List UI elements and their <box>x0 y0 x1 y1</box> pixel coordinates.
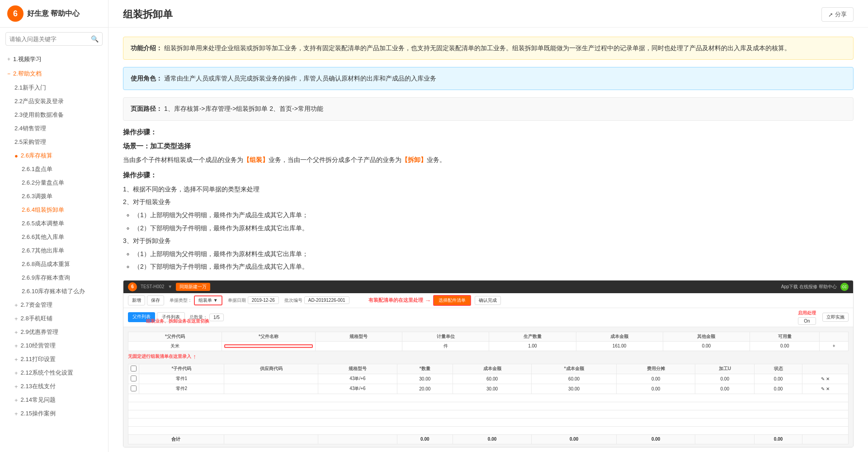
sim-parent-table: *父件代码 *父件名称 规格型号 计量单位 生产数量 成本金额 其他金额 可用量 <box>128 332 849 351</box>
table-row <box>128 402 849 410</box>
app-logo: 6 <box>7 5 24 22</box>
step3: 3、对于拆卸业务 <box>123 235 854 247</box>
sim-sub-col-check <box>128 364 139 374</box>
sim-apply-btn[interactable]: 立即实施 <box>822 313 849 322</box>
annotation3-label: 启用处理 <box>798 310 816 316</box>
sidebar-item-stocktake[interactable]: 2.6.1盘点单 <box>0 162 108 176</box>
sidebar-item-data[interactable]: 2.3使用前数据准备 <box>0 108 108 122</box>
sim-topbar-right: App下载 在线报修 帮助中心 cc <box>781 283 849 291</box>
sim-col-pname: *父件名称 <box>222 332 315 341</box>
sim-save-btn[interactable]: 保存 <box>147 295 164 305</box>
sidebar-item-split[interactable]: 2.6.2分量盘点单 <box>0 176 108 190</box>
sidebar-item-stock-error[interactable]: 2.6.10库存账本错了么办 <box>0 285 108 298</box>
sidebar-item-sales[interactable]: 2.4销售管理 <box>0 122 108 135</box>
sim-cell-costamt: 161.00 <box>576 341 663 351</box>
sidebar-item-new[interactable]: 2.1新手入门 <box>0 81 108 95</box>
sim-cell-action[interactable]: + <box>820 341 849 351</box>
step2: 2、对于组装业务 <box>123 196 854 208</box>
sidebar-item-coupon[interactable]: + 2.9优惠券管理 <box>0 325 108 339</box>
sidebar-item-faq[interactable]: + 2.14常见问题 <box>0 393 108 407</box>
sidebar-item-payment[interactable]: + 2.13在线支付 <box>0 380 108 393</box>
table-row <box>128 394 849 402</box>
sim-name-input[interactable] <box>224 344 313 348</box>
sim-date-area: 单据日期 2019-12-26 <box>228 296 279 304</box>
sim-sub-table: *子件代码 供应商代码 规格型号 *数量 成本金额 *成本金额 费用分摊 加工U… <box>128 364 849 444</box>
sidebar-item-print[interactable]: + 2.11打印设置 <box>0 352 108 366</box>
sim-topbar-icons: App下载 在线报修 帮助中心 <box>781 284 837 290</box>
sim-row1-check[interactable] <box>131 376 137 381</box>
sidebar-item-videos[interactable]: + 1.视频学习 <box>0 52 108 67</box>
sidebar-item-cost[interactable]: 2.6.5成本调整单 <box>0 217 108 230</box>
sim-type-select[interactable]: 组装单 ▼ <box>194 295 222 305</box>
sim-cell-otheramt: 0.00 <box>663 341 750 351</box>
main-content: 组装拆卸单 ➚ 分享 功能介绍： 组装拆卸单用来处理企业组装或拆卸等加工业务，支… <box>108 0 868 452</box>
table-row: 零件1 43单/+6 30.00 60.00 60.00 0.00 0.00 0… <box>128 374 849 384</box>
sim-footer-val2 <box>318 434 397 444</box>
sim-row2-check[interactable] <box>131 385 137 391</box>
sim-confirm-btn[interactable]: 确认完成 <box>475 296 501 305</box>
sim-sub-cell-action2[interactable]: ✎ ✕ <box>802 384 849 394</box>
sidebar-item-inventory[interactable]: ● 2.6库存核算 <box>0 149 108 162</box>
step3-sub2: （2）下部明细为子件明细，最终作为产成品生成其它入库单。 <box>134 261 854 273</box>
sim-select-all[interactable] <box>131 366 137 371</box>
step3-sub: （1）上部明细为父件明细，最终作为原材料生成其它出库单； （2）下部明细为子件明… <box>123 248 854 273</box>
content-body: 功能介绍： 组装拆卸单用来处理企业组装或拆卸等加工业务，支持有固定装配清单的产品… <box>108 28 868 452</box>
sidebar-item-ops[interactable]: + 2.10经营管理 <box>0 339 108 352</box>
step2-sub2: （2）下部明细为子件明细，最终作为原材料生成其它出库单。 <box>134 222 854 234</box>
sim-col-spec: 规格型号 <box>315 332 402 341</box>
sidebar-item-docs[interactable]: − 2.帮助文档 <box>0 67 108 81</box>
sim-col-ops <box>820 332 849 341</box>
sim-logo: 6 <box>128 282 137 291</box>
sim-sub-cell-alloc2: 0.00 <box>617 384 695 394</box>
step2-sub1: （1）上部明细为父件明细，最终作为产成品生成其它入库单； <box>134 209 854 221</box>
sidebar-item-cost-reset[interactable]: 2.6.8商品成本重算 <box>0 257 108 271</box>
sim-topbar-user: cc <box>840 283 849 291</box>
sim-col-unit: 计量单位 <box>402 332 489 341</box>
sim-company: TEST-H002 <box>141 284 164 289</box>
sidebar-item-other-in[interactable]: 2.6.6其他入库单 <box>0 230 108 244</box>
scene1-desc: 当由多个子件材料组装成一个成品的业务为【组装】业务，当由一个父件拆分成多个子产品… <box>123 154 854 166</box>
sidebar-item-cases[interactable]: + 2.15操作案例 <box>0 407 108 420</box>
sim-sub-cell-action1[interactable]: ✎ ✕ <box>802 374 849 384</box>
annotation2-label: 组装业务、拆卸业务在这里切换 <box>146 318 209 324</box>
sim-type-area: 单据类型： 组装单 ▼ <box>170 295 222 305</box>
arrow4-icon: ↑ <box>193 353 196 360</box>
sim-col-other: 其他金额 <box>663 332 750 341</box>
share-button[interactable]: ➚ 分享 <box>821 7 854 22</box>
app-title: 好生意 帮助中心 <box>27 9 80 19</box>
search-input[interactable] <box>9 36 91 43</box>
sim-sub-cell-cost2a: 30.00 <box>453 384 531 394</box>
sim-config-btn[interactable]: 选择配件清单 <box>433 295 471 306</box>
sim-sub-col-specqty: 规格型号 <box>318 364 397 374</box>
sim-sub-col-actions <box>802 364 849 374</box>
sim-new-doc-btn[interactable]: 新增 <box>128 295 145 305</box>
sim-new-btn[interactable]: 同期新建一万 <box>176 283 210 291</box>
sim-sub-cell-spec2: 43单/+6 <box>318 384 397 394</box>
sim-batchno-val[interactable]: AD-20191226-001 <box>304 296 349 304</box>
sidebar-item-stock-check[interactable]: 2.6.9库存账本查询 <box>0 271 108 285</box>
table-row: 零件2 43单/+6 20.00 30.00 30.00 0.00 0.00 0… <box>128 384 849 394</box>
sim-sub-col-cost2: *成本金额 <box>532 364 617 374</box>
sidebar-item-finance[interactable]: + 2.7资金管理 <box>0 298 108 312</box>
sim-footer-total-label: 合计 <box>128 434 224 444</box>
sim-sub-col-status: 状态 <box>755 364 802 374</box>
sidebar-item-install[interactable]: 2.2产品安装及登录 <box>0 95 108 108</box>
sidebar-item-mobile[interactable]: + 2.8手机旺铺 <box>0 312 108 325</box>
step1: 1、根据不同的业务，选择不同单据的类型来处理 <box>123 183 854 195</box>
circle-icon: ● <box>14 152 18 159</box>
page-title: 组装拆卸单 <box>123 8 173 21</box>
sidebar-item-adjust[interactable]: 2.6.3调拨单 <box>0 190 108 203</box>
sidebar-item-purchase[interactable]: 2.5采购管理 <box>0 135 108 149</box>
search-icon[interactable]: 🔍 <box>91 35 99 43</box>
role-label: 使用角色： <box>131 75 162 82</box>
role-text: 通常由生产人员或库管人员完成拆装业务的操作，库管人员确认原材料的出库和产成品的入… <box>164 75 436 82</box>
sim-enable-btn[interactable]: On <box>798 317 816 325</box>
sidebar-item-assembly[interactable]: 2.6.4组装拆卸单 <box>0 203 108 217</box>
path-block: 页面路径： 1、库存核算->库存管理->组装拆卸单 2、首页->常用功能 <box>123 97 854 120</box>
sim-count-val[interactable]: 1/5 <box>209 314 224 321</box>
annotation4-label: 无固定进行组装清单在这里录入 <box>128 353 191 360</box>
sidebar-item-custom[interactable]: + 2.12系统个性化设置 <box>0 366 108 380</box>
sidebar-item-other-out[interactable]: 2.6.7其他出库单 <box>0 244 108 257</box>
sim-date-val[interactable]: 2019-12-26 <box>248 296 279 304</box>
sim-date-label: 单据日期 <box>228 297 246 304</box>
